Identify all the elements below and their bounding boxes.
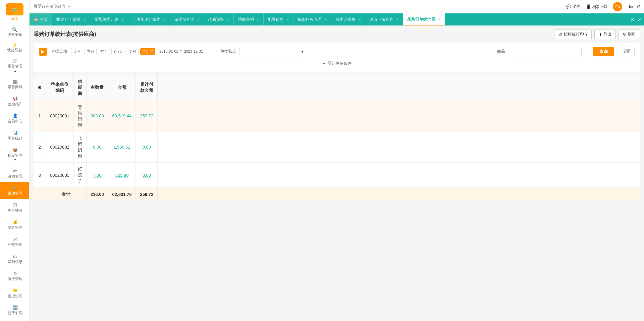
sidebar-item-retail-stat[interactable]: 📊 零售统计 bbox=[0, 127, 29, 144]
sidebar-item-member[interactable]: 👤 会员中心 bbox=[0, 110, 29, 127]
col-supplier: 供应商 bbox=[73, 75, 86, 100]
shortcut-this-year[interactable]: 本年 bbox=[98, 48, 110, 55]
sidebar-item-wholesale[interactable]: 📦 批发管理 ▼ bbox=[0, 144, 29, 165]
sidebar-item-retail-shop[interactable]: 🏬 零售商城 bbox=[0, 76, 29, 93]
message-icon: 💬 bbox=[566, 4, 571, 9]
tab-config-info-close[interactable]: ✕ bbox=[286, 18, 289, 21]
logo-text: 标微 bbox=[11, 16, 18, 21]
retail-shop-icon: 🏬 bbox=[13, 79, 18, 84]
status-filter: 单据状态 ▾ bbox=[220, 47, 306, 56]
tab-collect-pay-close[interactable]: ✕ bbox=[83, 18, 86, 21]
tab-invite-downstream[interactable]: 邀请下游客户 ✕ bbox=[365, 13, 403, 25]
tab-expand-button[interactable]: ⤢ bbox=[637, 17, 641, 22]
goods-input[interactable] bbox=[508, 47, 582, 56]
tab-collect-pay[interactable]: 收发存汇总表 ✕ bbox=[52, 13, 90, 25]
tab-warranty[interactable]: 保质期查询 ✕ bbox=[170, 13, 204, 25]
shortcut-last-month[interactable]: 上月 bbox=[71, 48, 83, 55]
sidebar-item-stock[interactable]: 📋 库存核算 bbox=[0, 199, 29, 216]
avatar[interactable]: Ea bbox=[613, 2, 622, 11]
sidebar-item-guide[interactable]: 🆕 新手引导 bbox=[0, 302, 29, 319]
sidebar-item-shortcut[interactable]: ⚡ 快捷导航 bbox=[0, 40, 29, 55]
row2-paid[interactable]: 0.00 bbox=[136, 131, 158, 163]
tab-stock-book[interactable]: 可用量库存账本 ✕ bbox=[128, 13, 170, 25]
date-shortcuts: 上月 本月 本年 近7天 更多 自定义 bbox=[71, 48, 155, 55]
custom-date-tag: 自定义 bbox=[140, 48, 155, 55]
status-select[interactable]: ▾ bbox=[239, 47, 306, 56]
search-label: 搜索菜单 bbox=[2, 32, 27, 37]
row3-extra bbox=[158, 163, 640, 188]
goods-search: 商品 … bbox=[497, 47, 589, 56]
sidebar-item-enterprise[interactable]: 🤝 企业协同 bbox=[0, 285, 29, 302]
goods-more-icon[interactable]: … bbox=[584, 49, 589, 54]
tab-overstock-close[interactable]: ✕ bbox=[227, 18, 229, 21]
sidebar-item-finance[interactable]: 💰 资金管理 bbox=[0, 216, 29, 233]
footer-extra bbox=[158, 188, 640, 201]
tab-overstock[interactable]: 超储预警 ✕ bbox=[204, 13, 234, 25]
tab-function-desc[interactable]: 功能说明 ✕ bbox=[234, 13, 264, 25]
settings-button[interactable]: 设置 bbox=[618, 47, 635, 56]
tab-cost-adjust[interactable]: 成本调整单 ✕ bbox=[331, 13, 365, 25]
tab-config-info[interactable]: 配置信息 ✕ bbox=[264, 13, 293, 25]
tab-close-all-button[interactable]: ✕ bbox=[631, 17, 635, 22]
expand-icon: ▼ bbox=[322, 61, 326, 66]
operations-icon: 📈 bbox=[13, 237, 18, 242]
sidebar-item-retail[interactable]: 🛒 零售管理 ▲ bbox=[0, 55, 29, 76]
tab-purchase-stat[interactable]: 采购订单统计表 ✕ bbox=[403, 13, 445, 25]
app-download-icon: 📱 bbox=[586, 4, 591, 9]
tab-goods-stat[interactable]: 要货单统计表 ✕ bbox=[90, 13, 128, 25]
row2-quantity[interactable]: 6.00 bbox=[86, 131, 108, 163]
tab-pick-task-close[interactable]: ✕ bbox=[324, 18, 327, 21]
guide-icon: 🆕 bbox=[13, 305, 18, 310]
purchase-icon: 🛒 bbox=[13, 185, 18, 190]
tab-purchase-stat-close[interactable]: ✕ bbox=[438, 17, 441, 21]
sidebar-item-system[interactable]: ⚙ 系统管理 bbox=[0, 268, 29, 285]
query-button[interactable]: 查询 bbox=[593, 47, 614, 56]
tab-invite-downstream-close[interactable]: ✕ bbox=[396, 18, 399, 21]
col-paid: 累计付款金额 bbox=[136, 75, 158, 100]
sidebar-item-basic[interactable]: 🗂 基础信息 bbox=[0, 251, 29, 268]
row1-amount[interactable]: 60,519.44 bbox=[108, 100, 136, 131]
sidebar-item-marketing[interactable]: 📢 营销推广 bbox=[0, 93, 29, 110]
table-row: 2 00020002 飞鹤奶粉 6.00 1,586.52 0.00 bbox=[34, 131, 640, 163]
tab-home[interactable]: 🏠 首页 bbox=[30, 13, 52, 25]
expand-more-button[interactable]: ▼ 展开更多条件 bbox=[39, 61, 635, 66]
row3-amount[interactable]: 525.80 bbox=[108, 163, 136, 188]
row3-paid[interactable]: 0.00 bbox=[136, 163, 158, 188]
footer-amount: 62,631.76 bbox=[108, 188, 136, 201]
col-settings[interactable]: ⚙ bbox=[34, 75, 46, 100]
footer-paid: 259.72 bbox=[136, 188, 158, 201]
retail-arrow: ▲ bbox=[14, 69, 17, 72]
row2-code: 00020002 bbox=[46, 131, 74, 163]
tab-cost-adjust-close[interactable]: ✕ bbox=[358, 18, 361, 21]
sidebar-item-ecommerce[interactable]: 🛍 电商管理 bbox=[0, 165, 29, 182]
export-button[interactable]: ⬇ 导出 bbox=[594, 30, 616, 39]
row1-paid[interactable]: 259.72 bbox=[136, 100, 158, 131]
message-button[interactable]: 💬 消息 bbox=[566, 4, 581, 9]
row1-code: 00020001 bbox=[46, 100, 74, 131]
row2-amount[interactable]: 1,586.52 bbox=[108, 131, 136, 163]
shortcut-more[interactable]: 更多 bbox=[127, 48, 139, 55]
sidebar-item-purchase[interactable]: 🛒 采购管理 bbox=[0, 182, 29, 199]
retail-stat-icon: 📊 bbox=[13, 130, 18, 135]
refresh-button[interactable]: ↻ 刷新 bbox=[619, 30, 640, 39]
shortcut-this-month[interactable]: 本月 bbox=[85, 48, 97, 55]
shortcut-label: 快捷导航 bbox=[2, 48, 27, 53]
tab-function-desc-close[interactable]: ✕ bbox=[257, 18, 259, 21]
filter-toggle-button[interactable]: ▶ bbox=[39, 48, 47, 56]
row3-quantity[interactable]: 7.00 bbox=[86, 163, 108, 188]
sidebar-item-search[interactable]: 🔍 搜索菜单 bbox=[0, 24, 29, 40]
print-button[interactable]: 🖨 按模板打印 ▾ bbox=[554, 30, 592, 39]
tab-goods-stat-close[interactable]: ✕ bbox=[121, 18, 124, 21]
sidebar-item-app-center[interactable]: 📱 应用中心 bbox=[0, 319, 29, 321]
sidebar-item-operations[interactable]: 📈 经营管理 bbox=[0, 233, 29, 251]
tab-stock-book-close[interactable]: ✕ bbox=[163, 18, 166, 21]
tab-warranty-close[interactable]: ✕ bbox=[197, 18, 200, 21]
dropdown-arrow[interactable]: ▾ bbox=[68, 4, 70, 9]
row1-supplier: 惠氏奶粉 bbox=[73, 100, 86, 131]
row1-quantity[interactable]: 303.00 bbox=[86, 100, 108, 131]
app-download-button[interactable]: 📱 App下载 bbox=[586, 4, 607, 9]
shortcut-7days[interactable]: 近7天 bbox=[111, 48, 125, 55]
col-amount: 金额 bbox=[108, 75, 136, 100]
status-dropdown-icon: ▾ bbox=[301, 49, 303, 54]
tab-pick-task[interactable]: 拣货任务管理 ✕ bbox=[293, 13, 331, 25]
